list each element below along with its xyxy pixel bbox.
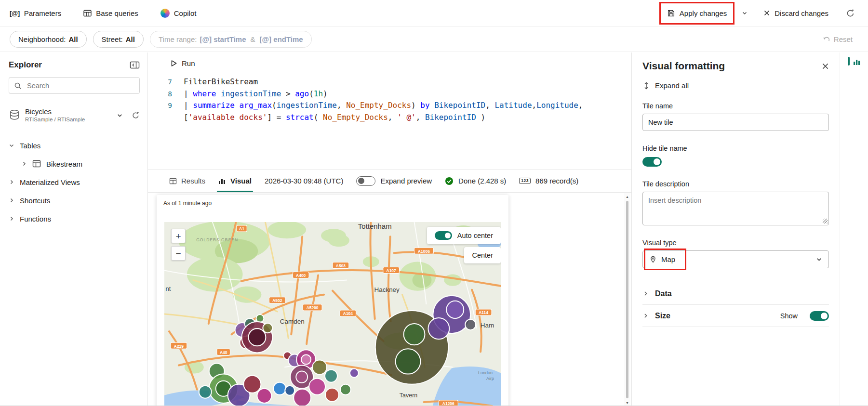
pane-divider-icon[interactable]	[848, 57, 850, 65]
apply-changes-button[interactable]: Apply changes	[667, 4, 727, 22]
chevron-right-icon	[9, 216, 14, 222]
database-item[interactable]: Bicycles RTISample / RTISample	[9, 107, 140, 123]
visual-formatting-panel: Visual formatting Expand all Tile name H…	[631, 52, 840, 406]
neighborhood-filter-pill[interactable]: Neighborhood: All	[10, 31, 87, 48]
expand-preview-toggle[interactable]	[356, 176, 375, 186]
database-chevron-down-icon[interactable]	[117, 112, 123, 118]
street-filter-label: Street:	[102, 35, 123, 43]
section-size[interactable]: Size Show	[642, 305, 829, 327]
hide-tile-name-toggle[interactable]	[642, 157, 662, 167]
close-icon[interactable]	[822, 63, 829, 70]
zoom-controls: + −	[171, 229, 186, 261]
svg-text:A40: A40	[220, 350, 227, 355]
done-check-icon	[445, 177, 454, 185]
section-data[interactable]: Data	[642, 283, 829, 305]
tab-visual-label: Visual	[230, 177, 252, 185]
search-box[interactable]	[9, 77, 140, 94]
tab-results[interactable]: Results	[169, 170, 205, 192]
svg-text:A114: A114	[479, 310, 488, 315]
chevron-down-icon	[816, 256, 822, 262]
chevron-right-icon	[9, 197, 14, 203]
svg-text:A502: A502	[272, 298, 282, 303]
chart-pane-icon[interactable]	[853, 58, 861, 65]
base-queries-button[interactable]: Base queries	[83, 4, 138, 22]
as-of-label: As of 1 minute ago	[163, 200, 212, 207]
copilot-button[interactable]: Copilot	[160, 4, 197, 22]
hide-tile-name-label: Hide tile name	[642, 144, 829, 152]
show-size-toggle[interactable]	[810, 311, 829, 321]
tile-name-label: Tile name	[642, 102, 829, 110]
expand-all-icon	[642, 82, 650, 90]
tree-item-bikestream[interactable]: Bikestream	[9, 155, 140, 173]
expand-all-label: Expand all	[655, 81, 689, 90]
start-time-token: [@] startTime	[200, 35, 246, 43]
search-icon	[14, 82, 22, 90]
database-subtitle: RTISample / RTISample	[25, 117, 85, 123]
zoom-out-button[interactable]: −	[171, 246, 186, 261]
visual-type-dropdown[interactable]: Map	[642, 250, 829, 268]
scroll-up-arrow[interactable]: ▲	[624, 193, 630, 200]
explorer-pane: Explorer Bicycles RTISample / RTISample	[0, 52, 148, 406]
dismiss-icon	[763, 10, 770, 16]
expand-all-button[interactable]: Expand all	[642, 81, 689, 90]
apply-changes-split-chevron[interactable]	[738, 5, 751, 21]
section-size-label: Size	[655, 312, 670, 320]
top-toolbar: [@] Parameters Base queries Copilot Appl…	[0, 0, 868, 26]
tab-results-label: Results	[181, 177, 205, 185]
code-editor[interactable]: 7FilterBikeStream8| where ingestionTime …	[148, 74, 631, 123]
tab-visual[interactable]: Visual	[218, 170, 252, 192]
database-refresh-icon[interactable]	[132, 111, 140, 119]
center-button[interactable]: Center	[464, 247, 501, 263]
tree-item-tables[interactable]: Tables	[9, 136, 140, 155]
resize-grip-icon[interactable]	[823, 219, 828, 223]
scroll-down-arrow[interactable]: ▼	[624, 399, 630, 406]
svg-text:Airp: Airp	[486, 376, 494, 381]
tree-item-shortcuts[interactable]: Shortcuts	[9, 191, 140, 210]
scrollbar-thumb[interactable]	[626, 201, 628, 398]
zoom-in-button[interactable]: +	[171, 229, 186, 243]
query-workspace: Run 7FilterBikeStream8| where ingestionT…	[148, 52, 631, 406]
copilot-label: Copilot	[174, 9, 197, 17]
svg-text:A107: A107	[387, 268, 397, 273]
tile-description-label: Tile description	[642, 180, 829, 188]
visual-preview-area: As of 1 minute ago	[148, 193, 631, 406]
collapse-pane-icon[interactable]	[130, 61, 140, 69]
record-count: 869 record(s)	[535, 177, 578, 185]
right-edge-strip	[840, 52, 868, 406]
auto-center-label: Auto center	[457, 232, 493, 239]
run-button[interactable]: Run	[170, 54, 195, 72]
svg-text:Tottenham: Tottenham	[358, 222, 392, 230]
reset-button[interactable]: Reset	[822, 35, 858, 43]
table-icon	[32, 160, 41, 168]
parameters-button[interactable]: [@] Parameters	[10, 4, 61, 22]
visual-type-value: Map	[661, 255, 675, 263]
vertical-scrollbar[interactable]: ▲ ▼	[624, 193, 630, 406]
tree-item-label: Tables	[20, 142, 40, 150]
tile-name-input[interactable]	[642, 114, 829, 131]
chevron-right-icon	[642, 313, 649, 319]
parameters-label: Parameters	[24, 9, 62, 17]
svg-text:Ham: Ham	[481, 322, 494, 329]
svg-text:Camden: Camden	[280, 318, 305, 325]
street-filter-pill[interactable]: Street: All	[93, 31, 144, 48]
tree-item-label: Functions	[20, 215, 51, 223]
tree-item-materialized-views[interactable]: Materialized Views	[9, 173, 140, 191]
refresh-button[interactable]	[842, 5, 858, 21]
bar-chart-icon	[218, 178, 226, 184]
database-name: Bicycles	[25, 107, 85, 116]
tile-description-input[interactable]	[642, 192, 829, 225]
auto-center-toggle[interactable]	[435, 231, 452, 240]
search-input[interactable]	[26, 81, 134, 90]
query-status: Done (2.428 s)	[458, 177, 506, 185]
results-toolbar: Results Visual 2026-03-30 09:48 (UTC) Ex…	[148, 169, 631, 193]
play-icon	[170, 60, 177, 67]
tree-item-functions[interactable]: Functions	[9, 210, 140, 228]
map-control-group: Auto center Center	[427, 227, 501, 263]
base-queries-icon	[83, 10, 92, 17]
neighborhood-filter-value: All	[68, 35, 78, 43]
time-range-filter-pill[interactable]: Time range: [@] startTime & [@] endTime	[150, 31, 312, 48]
discard-changes-button[interactable]: Discard changes	[763, 4, 828, 22]
filter-bar: Neighborhood: All Street: All Time range…	[0, 27, 868, 52]
map-canvas[interactable]: A1A503A400A107A1006A502A5200A104A114A219…	[164, 222, 501, 406]
record-count-icon: 123	[519, 178, 531, 184]
